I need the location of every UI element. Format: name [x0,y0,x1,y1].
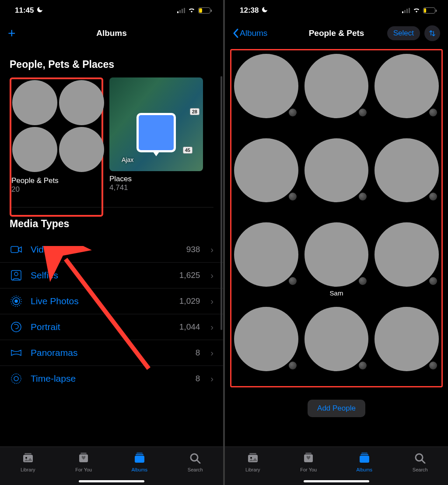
media-type-live[interactable]: Live Photos1,029› [0,288,223,314]
row-label: Portrait [31,322,172,332]
dnd-moon-icon [36,6,43,15]
add-people-button[interactable]: Add People [308,400,365,417]
albums-icon [358,452,371,465]
svg-point-12 [25,457,27,459]
places-album[interactable]: 28 45 Ajax Places 4,741 [109,77,203,196]
tab-bar: LibraryFor YouAlbumsSearch [225,446,448,485]
row-count: 1,625 [179,271,200,280]
wifi-icon [413,6,420,15]
svg-line-19 [197,460,200,463]
people-pets-album[interactable]: People & Pets 20 [10,77,103,217]
tab-search[interactable]: Search [168,447,224,477]
dnd-moon-icon [261,6,268,15]
person-item[interactable] [304,307,369,382]
nav-title: Albums [0,28,223,38]
person-item[interactable] [234,138,298,213]
chevron-right-icon: › [210,296,214,306]
select-button[interactable]: Select [387,26,420,40]
back-button[interactable]: Albums [233,28,267,38]
person-item[interactable] [234,222,298,297]
search-icon [414,452,426,465]
svg-point-9 [14,376,18,381]
person-item[interactable] [234,307,298,382]
tab-foryou[interactable]: For You [56,447,112,477]
chevron-right-icon: › [210,322,214,332]
tab-search[interactable]: Search [392,447,448,477]
map-city-label: Ajax [122,156,133,163]
person-item[interactable] [374,138,439,213]
nav-bar: Albums People & Pets Select [225,21,448,46]
tab-foryou[interactable]: For You [281,447,337,477]
person-item[interactable]: Sam [304,222,369,297]
svg-rect-25 [360,456,369,463]
road-shield: 28 [190,108,200,115]
cellular-icon [402,8,410,13]
person-item[interactable] [304,138,369,213]
person-avatar [234,54,298,118]
road-shield: 45 [183,147,192,154]
person-item[interactable] [304,54,369,129]
person-item[interactable] [234,54,298,129]
person-avatar [374,54,439,118]
tab-label: Search [188,467,203,472]
tab-label: Search [413,467,428,472]
battery-indicator: 20 [423,7,437,14]
person-avatar [234,222,298,287]
tab-label: For You [75,467,92,472]
person-avatar [234,307,298,371]
row-count: 8 [196,348,200,358]
section-people-pets-places: People, Pets & Places [0,46,223,77]
status-bar: 12:38 20 [225,0,448,21]
home-indicator[interactable] [304,480,369,482]
tab-label: Library [21,467,35,472]
places-title: Places [109,171,203,183]
row-label: Videos [31,244,178,255]
scroll-indicator[interactable] [220,76,222,330]
svg-line-29 [422,460,425,463]
map-pin-icon [136,113,176,152]
add-album-button[interactable]: + [8,27,16,40]
tab-label: Albums [131,467,147,472]
media-types-list: Videos938›Selfies1,625›Live Photos1,029›… [0,237,223,391]
chevron-right-icon: › [210,348,214,358]
svg-point-3 [14,272,18,276]
person-item[interactable] [374,222,439,297]
person-avatar [374,307,439,371]
tab-library[interactable]: Library [0,447,56,477]
status-bar: 11:45 29 [0,0,223,21]
person-item[interactable] [374,54,439,129]
tab-albums[interactable]: Albums [336,447,392,477]
media-type-timelapse[interactable]: Time-lapse8› [0,366,223,391]
chevron-right-icon: › [210,245,214,255]
svg-point-8 [11,374,21,383]
places-thumb: 28 45 Ajax [109,77,203,171]
row-count: 938 [186,245,200,254]
tab-label: Albums [356,467,372,472]
live-icon [10,295,23,308]
tab-albums[interactable]: Albums [112,447,168,477]
person-avatar [304,54,369,118]
sort-button[interactable] [424,25,440,41]
albums-icon [133,452,146,465]
timelapse-icon [10,372,23,385]
tab-library[interactable]: Library [225,447,281,477]
search-icon [189,452,201,465]
nav-bar: + Albums [0,21,223,46]
person-avatar [304,222,369,287]
video-icon [10,243,23,256]
svg-rect-27 [361,452,368,453]
svg-rect-16 [136,454,144,455]
svg-point-22 [250,457,252,459]
phone-albums-screen: 11:45 29 + Albums [0,0,223,485]
media-type-video[interactable]: Videos938› [0,237,223,263]
media-type-portrait[interactable]: Portrait1,044› [0,314,223,340]
people-pets-thumb [11,79,105,173]
home-indicator[interactable] [79,480,144,482]
person-item[interactable] [374,307,439,382]
people-content[interactable]: Sam Add People [225,46,448,446]
media-type-selfie[interactable]: Selfies1,625› [0,263,223,288]
media-type-pano[interactable]: Panoramas8› [0,340,223,366]
row-label: Time-lapse [31,373,188,384]
person-avatar [374,138,439,203]
albums-content[interactable]: People, Pets & Places People & Pets 20 2… [0,46,223,446]
